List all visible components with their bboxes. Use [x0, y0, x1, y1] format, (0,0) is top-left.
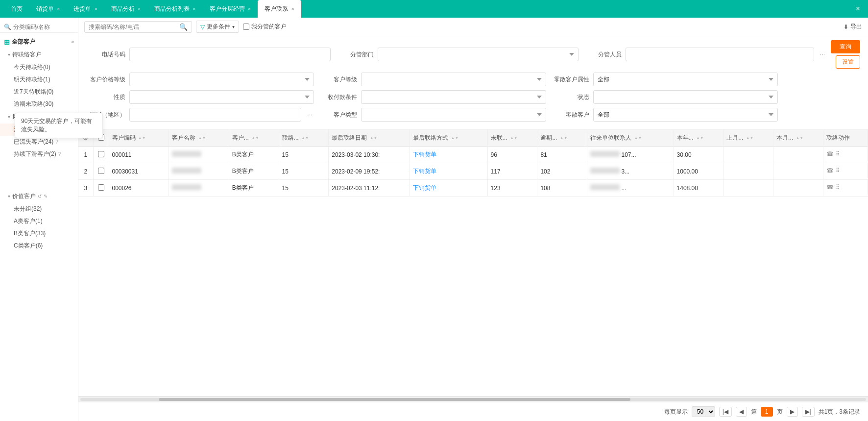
action-more-icon[interactable]: ⠿ — [836, 150, 840, 157]
zero-retail-select[interactable]: 全部 — [593, 108, 778, 122]
table-row: 3 000026 B类客户 15 2023-02-03 11:12: 下销货单 … — [78, 180, 868, 197]
row-checkbox-2[interactable] — [93, 180, 109, 197]
tab-home-label: 首页 — [11, 5, 23, 13]
sidebar-item-7days[interactable]: 近7天待联络(0) — [0, 86, 78, 98]
tab-analysis-close[interactable]: × — [138, 6, 141, 12]
row-type-0: B类客户 — [229, 147, 279, 163]
sidebar-item-class-c[interactable]: C类客户(6) — [0, 240, 78, 252]
person-input[interactable] — [626, 48, 814, 61]
arrow-down-icon-2: ▾ — [8, 114, 10, 120]
row-code-0: 000011 — [109, 147, 169, 163]
action-contact-icon[interactable]: ☎ — [826, 167, 834, 174]
filter-more-btn[interactable]: ▽ 更多条件 ▾ — [196, 21, 239, 33]
region-input[interactable] — [129, 108, 301, 122]
my-customers-checkbox[interactable] — [243, 24, 249, 30]
group-pending-contact[interactable]: ▾ 待联络客户 — [0, 48, 78, 61]
row-action-1[interactable]: ☎ ⠿ — [823, 163, 868, 178]
sidebar-item-ungrouped[interactable]: 未分组(32) — [0, 203, 78, 215]
last-page-btn[interactable]: ▶| — [802, 407, 815, 417]
first-page-btn[interactable]: |◀ — [719, 407, 732, 417]
action-more-icon[interactable]: ⠿ — [836, 184, 840, 191]
price-level-select[interactable] — [129, 73, 314, 86]
horizontal-scrollbar[interactable] — [78, 396, 868, 402]
action-contact-icon[interactable]: ☎ — [826, 184, 834, 191]
sort-arrows-year[interactable]: ▲▼ — [696, 136, 704, 140]
action-more-icon[interactable]: ⠿ — [836, 167, 840, 174]
row-checkbox-0[interactable] — [93, 147, 109, 163]
main-layout: 🔍 ⊞ 全部客户 « ▾ 待联络客户 今天待联络(0) 明天待联络(1) 近7天… — [0, 18, 868, 421]
sort-arrows-unlink[interactable]: ▲▼ — [510, 136, 518, 140]
sort-arrows-contact[interactable]: ▲▼ — [301, 136, 309, 140]
action-contact-icon[interactable]: ☎ — [826, 150, 834, 157]
tab-analysis-list[interactable]: 商品分析列表 × — [147, 0, 202, 18]
export-btn[interactable]: ⬇ 导出 — [844, 23, 862, 31]
status-select[interactable] — [593, 90, 778, 104]
sort-arrows-person[interactable]: ▲▼ — [634, 136, 642, 140]
tab-analysis[interactable]: 商品分析 × — [104, 0, 147, 18]
filter-my-customers[interactable]: 我分管的客户 — [243, 23, 287, 31]
sort-arrows-name[interactable]: ▲▼ — [198, 136, 206, 140]
tab-sales-close[interactable]: × — [57, 6, 60, 12]
zero-attr-select[interactable]: 全部 — [593, 73, 778, 86]
tab-customer-contact[interactable]: 客户联系 × — [258, 0, 301, 18]
col-code: 客户编码 ▲▼ — [109, 130, 169, 147]
payment-label: 收付款条件 — [318, 93, 357, 101]
sort-arrows-lmonth[interactable]: ▲▼ — [746, 136, 754, 140]
next-page-btn[interactable]: ▶ — [787, 407, 798, 417]
window-close-btn[interactable]: × — [852, 4, 864, 13]
tab-sales[interactable]: 销货单 × — [29, 0, 67, 18]
tab-customer-stratify[interactable]: 客户分层经营 × — [203, 0, 258, 18]
tab-customer-contact-close[interactable]: × — [291, 6, 294, 12]
filter-search-input[interactable] — [89, 24, 179, 30]
dept-select[interactable] — [378, 48, 579, 61]
prev-page-btn[interactable]: ◀ — [736, 407, 747, 417]
scrollbar-track — [80, 398, 866, 401]
page-suffix: 页 — [777, 408, 783, 416]
tab-customer-stratify-close[interactable]: × — [248, 6, 251, 12]
filter-status-field: 状态 — [550, 90, 778, 104]
sort-arrows-tmonth[interactable]: ▲▼ — [796, 136, 803, 140]
sidebar-item-overdue[interactable]: 逾期未联络(30) — [0, 98, 78, 110]
tab-purchase-close[interactable]: × — [94, 6, 97, 12]
sidebar-item-declining[interactable]: 持续下滑客户(2) ? — [0, 148, 78, 160]
customer-type-select[interactable] — [361, 108, 546, 122]
group-value[interactable]: ▾ 价值客户 ↺ ✎ — [0, 190, 78, 203]
row-way-0[interactable]: 下销货单 — [410, 147, 487, 163]
region-more-btn[interactable]: ··· — [305, 111, 314, 118]
edit-icon[interactable]: ✎ — [44, 194, 48, 199]
row-checkbox-1[interactable] — [93, 163, 109, 180]
sidebar: 🔍 ⊞ 全部客户 « ▾ 待联络客户 今天待联络(0) 明天待联络(1) 近7天… — [0, 18, 78, 421]
row-way-2[interactable]: 下销货单 — [410, 180, 487, 197]
sidebar-item-class-b[interactable]: B类客户(33) — [0, 227, 78, 240]
tab-analysis-list-close[interactable]: × — [193, 6, 195, 12]
dept-label: 分管部门 — [335, 50, 374, 59]
filter-search-btn[interactable]: 🔍 — [179, 23, 188, 31]
sidebar-item-class-a[interactable]: A类客户(1) — [0, 215, 78, 227]
sort-arrows-way[interactable]: ▲▼ — [451, 136, 458, 140]
tab-home[interactable]: 首页 — [4, 0, 29, 18]
refresh-icon[interactable]: ↺ — [38, 194, 42, 199]
per-page-select[interactable]: 50 — [692, 406, 715, 417]
person-more-btn[interactable]: ··· — [818, 51, 827, 58]
row-action-0[interactable]: ☎ ⠿ — [823, 147, 868, 161]
row-unlink-1: 117 — [487, 163, 537, 180]
sort-arrows-date[interactable]: ▲▼ — [370, 136, 378, 140]
payment-select[interactable] — [361, 90, 546, 104]
sidebar-item-tomorrow[interactable]: 明天待联络(1) — [0, 74, 78, 86]
row-action-2[interactable]: ☎ ⠿ — [823, 180, 868, 195]
table-header-row: ⚙ 客户编码 ▲▼ 客户名称 ▲▼ — [78, 130, 868, 147]
settings-button[interactable]: 设置 — [836, 55, 860, 69]
row-way-1[interactable]: 下销货单 — [410, 163, 487, 180]
sidebar-search-input[interactable] — [13, 24, 74, 30]
gender-select[interactable] — [129, 90, 314, 104]
sort-arrows-overdue[interactable]: ▲▼ — [560, 136, 568, 140]
sort-arrows-code[interactable]: ▲▼ — [138, 136, 146, 140]
query-button[interactable]: 查询 — [831, 40, 860, 53]
all-customers-header[interactable]: ⊞ 全部客户 « — [0, 36, 78, 48]
phone-input[interactable] — [129, 48, 331, 61]
filter-customer-type-field: 客户类型 — [318, 108, 546, 122]
sort-arrows-type[interactable]: ▲▼ — [251, 136, 259, 140]
customer-level-select[interactable] — [361, 73, 546, 86]
sidebar-item-today[interactable]: 今天待联络(0) — [0, 61, 78, 74]
tab-purchase[interactable]: 进货单 × — [67, 0, 104, 18]
